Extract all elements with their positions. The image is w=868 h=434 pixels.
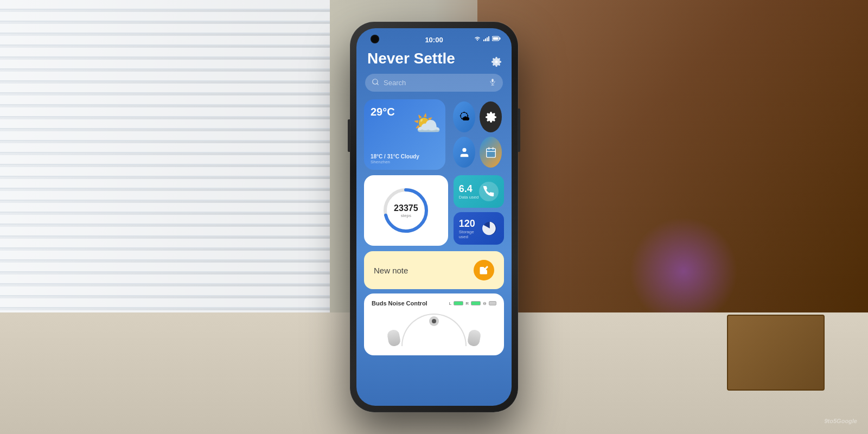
svg-rect-3 [488, 36, 489, 41]
buds-header: Buds Noise Control L R ⊖ [372, 300, 496, 307]
svg-rect-5 [500, 37, 501, 40]
steps-center: 23375 steps [394, 203, 418, 218]
new-note-widget[interactable]: New note [364, 251, 504, 289]
weather-range: 18°C / 31°C Cloudy [371, 154, 419, 159]
storage-info: 120 Storage used [459, 218, 482, 239]
weather-details: 18°C / 31°C Cloudy Shenzhen [371, 154, 419, 164]
watermark: 9to5Google [824, 418, 857, 424]
steps-ring: 23375 steps [381, 186, 430, 235]
right-label: R [465, 301, 469, 306]
widgets-area: 29°C ⛅ 18°C / 31°C Cloudy Shenzhen 🌤 [356, 99, 512, 246]
data-info: 6.4 Data used [459, 183, 478, 200]
phone-body: 10:00 [350, 22, 518, 412]
svg-rect-12 [486, 148, 495, 157]
case-battery-icon: ⊖ [483, 301, 487, 306]
data-storage-column: 6.4 Data used 1 [454, 175, 504, 246]
headline-text: Never Settle [356, 46, 512, 74]
weather-app-icon[interactable]: 🌤 [453, 101, 475, 132]
left-label: L [449, 301, 451, 306]
note-button[interactable] [474, 260, 494, 280]
search-bar[interactable]: Search [365, 74, 503, 92]
mic-icon[interactable] [489, 78, 496, 87]
right-bud [467, 329, 482, 347]
svg-rect-6 [493, 37, 499, 40]
signal-icon [483, 36, 490, 41]
storage-label: Storage used [459, 229, 482, 239]
widgets-row-1: 29°C ⛅ 18°C / 31°C Cloudy Shenzhen 🌤 [364, 99, 504, 170]
note-label: New note [374, 266, 408, 275]
power-button [518, 108, 520, 152]
right-battery-bar [471, 301, 481, 305]
svg-rect-8 [492, 79, 494, 82]
wood-box [727, 315, 825, 391]
volume-button [348, 119, 350, 152]
widgets-row-2: 23375 steps 6.4 Data used [364, 175, 504, 246]
calendar-app-icon[interactable] [480, 137, 502, 168]
case-battery-bar [489, 301, 496, 305]
status-icons [474, 36, 501, 41]
search-icon [372, 78, 379, 87]
settings-gear-button[interactable] [491, 56, 502, 70]
wifi-icon [474, 36, 481, 41]
app-icons-widget: 🌤 [451, 99, 504, 170]
buds-battery-row: L R ⊖ [449, 301, 496, 306]
status-time: 10:00 [425, 36, 443, 44]
steps-label: steps [394, 213, 418, 218]
buds-widget[interactable]: Buds Noise Control L R ⊖ [364, 293, 504, 355]
data-value: 6.4 [459, 183, 478, 195]
steps-count: 23375 [394, 203, 418, 213]
svg-rect-2 [487, 37, 488, 41]
buds-image-area [372, 311, 496, 349]
phone-device: 10:00 [350, 22, 518, 412]
weather-city: Shenzhen [371, 159, 419, 164]
status-bar: 10:00 [356, 28, 512, 46]
search-placeholder[interactable]: Search [384, 79, 484, 87]
left-battery-bar [454, 301, 463, 305]
contacts-app-icon[interactable] [453, 137, 475, 168]
svg-rect-1 [485, 39, 486, 41]
phone-screen: 10:00 [356, 28, 512, 406]
data-icon [479, 182, 499, 201]
left-bud [387, 329, 401, 347]
camera-hole [372, 36, 378, 42]
case-indicator [429, 316, 439, 326]
storage-value: 120 [459, 218, 482, 229]
data-label: Data used [459, 195, 478, 200]
steps-widget[interactable]: 23375 steps [364, 175, 448, 246]
weather-icon: ⛅ [413, 110, 441, 137]
settings-app-icon[interactable] [480, 101, 502, 132]
buds-title: Buds Noise Control [372, 300, 427, 307]
battery-icon [492, 36, 501, 41]
storage-widget[interactable]: 120 Storage used [454, 212, 504, 245]
weather-widget[interactable]: 29°C ⛅ 18°C / 31°C Cloudy Shenzhen [364, 99, 445, 170]
data-widget[interactable]: 6.4 Data used [454, 175, 504, 208]
weather-temperature: 29°C [371, 106, 395, 118]
svg-point-11 [462, 148, 466, 151]
storage-pie-chart [481, 219, 499, 238]
ambient-glow [629, 217, 738, 326]
svg-rect-0 [483, 40, 484, 41]
